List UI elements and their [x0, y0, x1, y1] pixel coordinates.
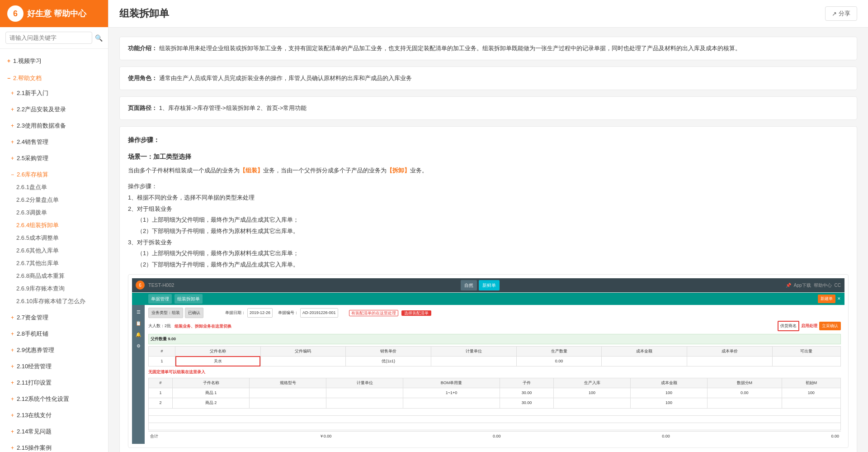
sub-2-3-expand-icon: +: [11, 123, 14, 129]
mock-icon-2: 📋: [136, 319, 141, 328]
mock-form-content: 业务类型：组装 已确认 单据日期： 2019-12-26 单据编号： AD-20…: [145, 305, 844, 444]
sidebar-logo: 6: [7, 5, 24, 22]
sidebar-sub-2-9-header[interactable]: + 2.9优惠券管理: [0, 344, 108, 357]
mock-section-tabs: 单据管理 组装拆卸单: [148, 294, 203, 304]
sidebar-sub-2-13-header[interactable]: + 2.13在线支付: [0, 409, 108, 422]
sidebar-sub-2-10-header[interactable]: + 2.10经营管理: [0, 360, 108, 373]
sidebar-sub-2-4: + 2.4销售管理: [0, 134, 108, 150]
sidebar-sub-2-15-header[interactable]: + 2.15操作案例: [0, 442, 108, 452]
sidebar-sub-2-12-header[interactable]: + 2.12系统个性化设置: [0, 393, 108, 405]
mock-type-label: 大人数：2批: [148, 322, 171, 330]
sidebar-sub-2-4-header[interactable]: + 2.4销售管理: [0, 136, 108, 148]
table-row: 1 商品 1 1~1+0 30.00 100 100 0.00: [149, 388, 841, 398]
mock-ctd-1: 1: [149, 388, 173, 398]
sidebar-leaf-2-6-7[interactable]: 2.6.7其他出库单: [0, 257, 108, 270]
sidebar-sub-2-3-header[interactable]: + 2.3使用前数据准备: [0, 119, 108, 132]
mock-ctd-child-2: 30.00: [500, 398, 553, 408]
sidebar-sub-2-11-header[interactable]: + 2.11打印设置: [0, 376, 108, 389]
sidebar-sub-2-14-header[interactable]: + 2.14常见问题: [0, 425, 108, 438]
sidebar-sub-2-1-header[interactable]: + 2.1新手入门: [0, 87, 108, 100]
mock-td-avail: [772, 357, 840, 366]
search-input[interactable]: [5, 32, 92, 44]
search-bar: 🔍: [0, 27, 108, 49]
sidebar-sub-2-8-header[interactable]: + 2.8手机旺铺: [0, 328, 108, 340]
sidebar-leaf-2-6-6[interactable]: 2.6.6其他入库单: [0, 244, 108, 257]
mock-total-in: 0.00: [493, 433, 501, 440]
mock-ctd-in-2: [553, 398, 630, 408]
mock-topbar-right: 📌 App下载 帮助中心 CC: [786, 281, 841, 290]
mock-th-num: #: [149, 346, 175, 356]
mock-ctd-in-1: 100: [553, 388, 630, 398]
sidebar-sub-2-7-header[interactable]: + 2.7资金管理: [0, 311, 108, 324]
mock-icon-user: CC: [835, 281, 841, 290]
section-2-expand-icon: −: [7, 75, 10, 81]
mock-td-code: [260, 357, 346, 366]
sidebar-sub-2-6-header[interactable]: − 2.6库存核算: [0, 168, 108, 181]
mock-type-row: 大人数：2批 组装业务、拆卸业务在这里切换 供货商名 启用处理 立采确认: [148, 321, 841, 331]
sub-2-11-label: 2.11打印设置: [17, 379, 52, 387]
sub-2-12-expand-icon: +: [11, 396, 14, 402]
mock-left-icons: ☰ 📋 🔔 ⚙: [132, 305, 145, 444]
sidebar-sub-2-5: + 2.5采购管理: [0, 150, 108, 167]
mock-new-btn: 新建单: [818, 295, 835, 303]
sidebar-sub-2-12: + 2.12系统个性化设置: [0, 391, 108, 407]
sub-2-5-label: 2.5采购管理: [17, 154, 48, 162]
mock-id-value: AD-20191226-001: [300, 308, 338, 318]
mock-icon-pin: 📌: [786, 281, 791, 290]
mock-ctd-unit-1: [326, 388, 403, 398]
mock-cth-data: 数据分M: [708, 378, 782, 388]
table-row: [149, 423, 841, 430]
screenshot-mock: 6 TEST-H002 自然 新鲜单 📌 App下载 帮助中心 CC: [132, 278, 844, 444]
sidebar-leaf-2-6-8[interactable]: 2.6.8商品成本重算: [0, 270, 108, 282]
sidebar-leaf-2-6-2[interactable]: 2.6.2分量盘点单: [0, 194, 108, 206]
mock-cth-unit: 计量单位: [326, 378, 403, 388]
mock-form-area: ☰ 📋 🔔 ⚙ 业务类型：组装 已确认 单: [132, 305, 844, 444]
step-2-sub-1: （1）上部明细为父件明细，最终作为产成品生成其它入库单；: [137, 214, 849, 226]
mock-annotation-area: 有装配清单的在这里处理 选择装配清单: [349, 308, 431, 318]
scenario-1-desc: 当由多个子件材料组装成一个成品的业务为【组装】业务，当由一个父件拆分成多个子产品…: [128, 165, 849, 176]
sidebar-sub-2-5-header[interactable]: + 2.5采购管理: [0, 152, 108, 165]
sidebar-sub-2-2-header[interactable]: + 2.2产品安装及登录: [0, 103, 108, 116]
sub-2-6-label: 2.6库存核算: [17, 171, 48, 179]
mock-ctd-spec-2: [250, 398, 326, 408]
mock-ctd-bom-1: 1~1+0: [403, 388, 500, 398]
sidebar-leaf-2-6-5[interactable]: 2.6.5成本调整单: [0, 232, 108, 244]
mock-td-name: 关水: [175, 357, 260, 366]
sidebar-leaf-2-6-9[interactable]: 2.6.9库存账本查询: [0, 282, 108, 295]
mock-icon-1: ☰: [137, 308, 141, 316]
mock-s-tab-1: 单据管理: [148, 294, 172, 304]
table-row: [149, 415, 841, 423]
mock-ctd-cost-2: 100: [631, 398, 708, 408]
sidebar-leaf-2-6-3[interactable]: 2.6.3调拨单: [0, 206, 108, 219]
search-icon[interactable]: 🔍: [95, 34, 103, 42]
mock-th-price: 销售单价: [346, 346, 431, 356]
path-label: 页面路径：: [128, 105, 157, 111]
main-header: 组装拆卸单 ↗ 分享: [108, 0, 868, 28]
sidebar-sub-2-3: + 2.3使用前数据准备: [0, 118, 108, 134]
mock-supplier-input: 供货商名: [778, 321, 799, 331]
sidebar-section-1-header[interactable]: + 1.视频学习: [0, 54, 108, 68]
share-button[interactable]: ↗ 分享: [825, 6, 857, 21]
function-intro-text: 组装拆卸单用来处理企业组装或拆卸等加工业务，支持有固定装配清单的产品加工业务，也…: [159, 45, 741, 52]
steps-block: 操作步骤： 场景一：加工类型选择 当由多个子件材料组装成一个成品的业务为【组装】…: [119, 126, 857, 452]
sidebar-nav: + 1.视频学习 − 2.帮助文档 + 2.1新手入门 + 2.2产品安装及登录: [0, 49, 108, 452]
sidebar-leaf-2-6-4[interactable]: 2.6.4组装拆卸单: [0, 219, 108, 232]
mock-cth-num: #: [149, 378, 173, 388]
sidebar-leaf-2-6-10[interactable]: 2.6.10库存账本错了怎么办: [0, 295, 108, 308]
mock-icon-app: App下载: [794, 281, 811, 290]
sub-2-3-label: 2.3使用前数据准备: [17, 122, 66, 130]
mock-confirm-btn: 立采确认: [819, 322, 841, 330]
sidebar-leaf-2-6-1[interactable]: 2.6.1盘点单: [0, 181, 108, 194]
mock-annotation-btn: 选择装配清单: [401, 310, 431, 316]
sub-2-15-expand-icon: +: [11, 445, 14, 451]
table-row: 2 商品 2 30.00 100: [149, 398, 841, 408]
sub-2-6-expand-icon: −: [11, 171, 14, 178]
sidebar-section-2-header[interactable]: − 2.帮助文档: [0, 71, 108, 85]
sub-2-8-expand-icon: +: [11, 331, 14, 337]
sub-2-1-expand-icon: +: [11, 90, 14, 96]
sidebar-section-2-label: 2.帮助文档: [13, 74, 42, 82]
sidebar-sub-2-9: + 2.9优惠券管理: [0, 342, 108, 358]
sidebar: 6 好生意 帮助中心 🔍 + 1.视频学习 − 2.帮助文档 + 2.1新手入门: [0, 0, 108, 452]
mock-table-parent-header: 父件数量 9.00: [148, 334, 841, 344]
sub-2-14-expand-icon: +: [11, 428, 14, 435]
